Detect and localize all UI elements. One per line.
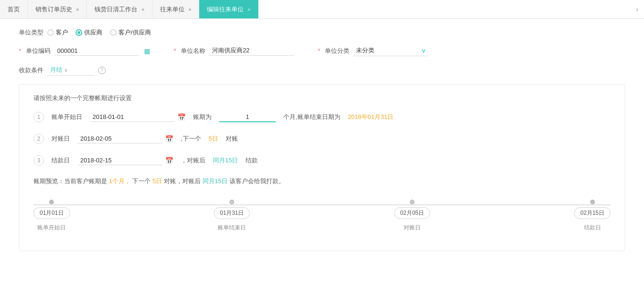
- step-3-label: 结款日: [51, 156, 70, 165]
- tl-dot-2: [410, 200, 415, 204]
- timeline-point-0: 01月01日 账单开始日: [34, 200, 70, 232]
- tab-home[interactable]: 首页: [0, 0, 28, 18]
- unit-code-group: * 单位编码 ▦: [19, 46, 150, 56]
- unit-category-label: 单位分类: [325, 47, 349, 55]
- step-2-num: 2: [34, 134, 44, 144]
- unit-category-dropdown[interactable]: 未分类 ∨: [353, 45, 429, 56]
- step-2-note-before: ,下一个: [181, 135, 201, 143]
- step-1-period-label: 账期为: [193, 113, 212, 121]
- tabs-bar: 首页 销售订单历史 × 钱货日清工作台 × 往来单位 × 编辑往来单位 × ›: [0, 0, 644, 19]
- step-3-note-highlight: 同月15日: [213, 156, 238, 165]
- timeline-points: 01月01日 账单开始日 01月31日 账单结束日 02月05日 对账日 02月…: [34, 200, 610, 232]
- tl-label-2: 对账日: [404, 224, 421, 232]
- step-1-date-input[interactable]: [90, 112, 175, 122]
- step-2-date-input[interactable]: [77, 134, 162, 144]
- step-1-date-group: 📅: [90, 112, 186, 122]
- tl-label-0: 账单开始日: [37, 224, 66, 232]
- tab-scroll-right[interactable]: ›: [630, 6, 644, 13]
- tab-sales-history[interactable]: 销售订单历史 ×: [28, 0, 87, 18]
- payment-terms-dropdown[interactable]: 月结 ∨: [47, 65, 94, 76]
- preview-part3: 同月15日: [203, 177, 228, 185]
- unit-type-row: 单位类型 客户 供应商 客户/供应商: [19, 28, 625, 37]
- tab-sales-history-close[interactable]: ×: [76, 7, 79, 12]
- unit-category-star: *: [318, 47, 320, 54]
- payment-terms-row: 收款条件 月结 ∨ ?: [19, 65, 625, 76]
- step-3-num: 3: [34, 155, 44, 166]
- preview-text-block: 账期预览：当前客户账期是 1个月， 下一个 5日 对账，对账后 同月15日 该客…: [34, 177, 610, 186]
- settings-panel: 请按照未来的一个完整帐期进行设置 1 账单开始日 📅 账期为 个月,账单结束日期…: [19, 84, 625, 251]
- step-3-note-before: ，对账后: [181, 156, 205, 165]
- step-1-label: 账单开始日: [51, 113, 82, 121]
- tl-dot-0: [49, 200, 54, 204]
- preview-part2: 5日: [153, 177, 162, 185]
- panel-title: 请按照未来的一个完整帐期进行设置: [34, 94, 610, 102]
- main-content: 单位类型 客户 供应商 客户/供应商: [0, 19, 644, 287]
- tab-edit-partner-close[interactable]: ×: [247, 7, 250, 12]
- tl-label-3: 结款日: [584, 224, 601, 232]
- tab-partner-units-label: 往来单位: [160, 5, 185, 14]
- payment-terms-help[interactable]: ?: [98, 67, 106, 74]
- radio-customer[interactable]: 客户: [47, 28, 68, 37]
- payment-terms-value: 月结: [50, 66, 62, 74]
- tab-sales-history-label: 销售订单历史: [35, 5, 72, 14]
- step-1-period-input[interactable]: [219, 112, 276, 122]
- step-3-note-after: 结款: [246, 156, 258, 165]
- step-3-cal-icon[interactable]: 📅: [165, 157, 173, 164]
- tl-label-1: 账单结束日: [218, 224, 246, 232]
- step-2-row: 2 对账日 📅 ,下一个 5日 对账: [34, 134, 610, 144]
- timeline-point-1: 01月31日 账单结束日: [214, 200, 250, 232]
- unit-code-input[interactable]: [54, 46, 139, 56]
- unit-name-label: 单位名称: [181, 47, 205, 55]
- tab-cash-ledger-close[interactable]: ×: [141, 7, 144, 12]
- tl-dot-3: [590, 200, 595, 204]
- payment-terms-group: 收款条件 月结 ∨ ?: [19, 65, 106, 76]
- tab-cash-ledger[interactable]: 钱货日清工作台 ×: [87, 0, 152, 18]
- timeline-container: 01月01日 账单开始日 01月31日 账单结束日 02月05日 对账日 02月…: [34, 195, 610, 241]
- tl-dot-1: [229, 200, 234, 204]
- unit-category-arrow: ∨: [421, 47, 426, 54]
- payment-terms-arrow: ∨: [64, 68, 68, 73]
- tl-badge-2: 02月05日: [394, 207, 431, 219]
- timeline-point-2: 02月05日 对账日: [394, 200, 431, 232]
- tab-partner-units-close[interactable]: ×: [188, 7, 191, 12]
- preview-label: 账期预览：当前客户账期是: [34, 177, 107, 185]
- unit-type-label: 单位类型: [19, 28, 43, 37]
- radio-supplier-label: 供应商: [84, 28, 102, 37]
- radio-supplier[interactable]: 供应商: [76, 28, 102, 37]
- step-1-period-end: 2018年01月31日: [348, 113, 394, 121]
- step-3-date-input[interactable]: [77, 156, 162, 165]
- tab-edit-partner[interactable]: 编辑往来单位 ×: [199, 0, 258, 18]
- unit-name-input[interactable]: [209, 46, 294, 56]
- step-2-cal-icon[interactable]: 📅: [165, 135, 173, 143]
- tab-cash-ledger-label: 钱货日清工作台: [94, 5, 137, 14]
- step-1-row: 1 账单开始日 📅 账期为 个月,账单结束日期为 2018年01月31日: [34, 112, 610, 122]
- step-2-note-after: 对账: [226, 135, 238, 143]
- tl-badge-3: 02月15日: [574, 207, 610, 219]
- tl-badge-0: 01月01日: [34, 207, 70, 219]
- step-3-row: 3 结款日 📅 ，对账后 同月15日 结款: [34, 155, 610, 166]
- radio-supplier-dot: [77, 31, 80, 34]
- unit-category-value: 未分类: [356, 46, 418, 55]
- timeline-point-3: 02月15日 结款日: [574, 200, 610, 232]
- unit-type-group: 单位类型 客户 供应商 客户/供应商: [19, 28, 151, 37]
- preview-part1: 1个月，: [109, 177, 131, 185]
- radio-supplier-circle: [76, 29, 82, 36]
- preview-sep1: 下一个: [132, 177, 151, 185]
- unit-name-star: *: [174, 47, 176, 54]
- step-1-num: 1: [34, 112, 44, 122]
- radio-customer-circle: [47, 29, 54, 36]
- radio-both[interactable]: 客户/供应商: [110, 28, 151, 37]
- preview-end: 该客户会给我打款。: [229, 177, 285, 185]
- tl-badge-1: 01月31日: [214, 207, 250, 219]
- step-3-date-group: 📅: [77, 156, 173, 165]
- unit-code-icon[interactable]: ▦: [144, 47, 150, 55]
- radio-customer-label: 客户: [56, 28, 68, 37]
- tab-home-label: 首页: [8, 5, 20, 14]
- unit-name-group: * 单位名称: [174, 46, 294, 56]
- step-2-date-group: 📅: [77, 134, 173, 144]
- unit-category-group: * 单位分类 未分类 ∨: [318, 45, 429, 56]
- tab-partner-units[interactable]: 往来单位 ×: [153, 0, 199, 18]
- step-1-cal-icon[interactable]: 📅: [178, 113, 186, 121]
- unit-type-radio-group: 客户 供应商 客户/供应商: [47, 28, 151, 37]
- payment-terms-label: 收款条件: [19, 66, 43, 75]
